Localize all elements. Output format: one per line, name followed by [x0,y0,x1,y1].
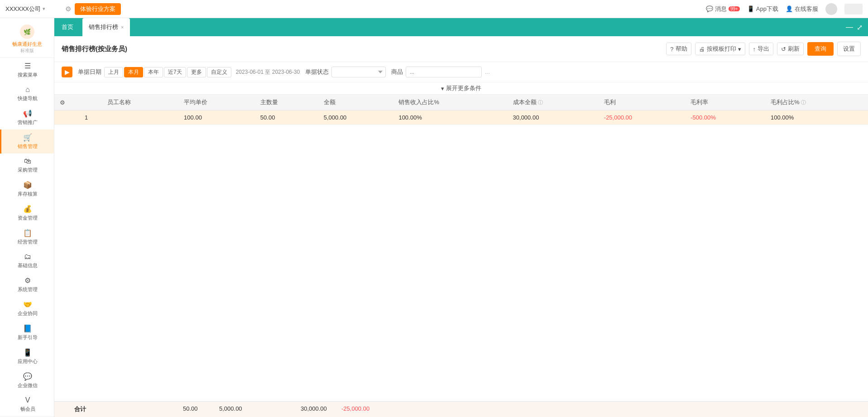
date-btn-last-month[interactable]: 上月 [104,67,123,77]
page-settings-btn[interactable]: 设置 [837,42,861,56]
export-btn[interactable]: ↑ 导出 [749,43,774,55]
filter-date-item: 单据日期 上月 本月 本年 近7天 更多 自定义 2023-06-01 至 20… [78,67,300,77]
status-select[interactable] [331,67,386,77]
filter-status-item: 单据状态 [305,67,386,77]
sidebar: 🌿 畅康通好生意 标准版 ☰ 搜索菜单 ⌂ 快捷导航 📢 营销推广 🛒 销售管理… [0,18,54,417]
sidebar-item-label: 搜索菜单 [18,72,38,78]
sidebar-item-label: 企业协同 [18,310,38,317]
sidebar-item-label: 库存核算 [18,191,38,197]
home-icon: ⌂ [25,86,30,94]
cost-info-icon[interactable]: ⓘ [538,100,543,105]
sidebar-item-quick-nav[interactable]: ⌂ 快捷导航 [0,82,54,105]
guide-icon: 📘 [23,324,32,333]
sidebar-item-enterprise[interactable]: 🤝 企业协同 [0,297,54,321]
sidebar-item-marketing[interactable]: 📢 营销推广 [0,105,54,129]
cell-settings[interactable] [54,110,71,125]
date-btn-more[interactable]: 更多 [187,67,206,77]
goods-more-btn[interactable]: … [484,69,490,75]
data-table: ⚙ 员工名称 平均单价 主数量 全额 销售收入占比% 成本全额 ⓘ 毛利 [54,95,868,125]
th-rank [71,95,102,110]
sidebar-item-operations[interactable]: 📋 经营管理 [0,225,54,249]
online-service-btn[interactable]: 👤 在线客服 [786,5,818,13]
sidebar-item-base-info[interactable]: 🗂 基础信息 [0,249,54,273]
tab-maximize-btn[interactable]: ⤢ [857,23,863,32]
sidebar-item-wechat[interactable]: 💬 企业微信 [0,369,54,393]
message-btn[interactable]: 💬 消息 99+ [706,5,740,13]
company-name: XXXXXX公司 [5,5,41,13]
date-btn-7days[interactable]: 近7天 [164,67,186,77]
sidebar-item-sales[interactable]: 🛒 销售管理 [0,129,54,153]
th-gross-pct: 毛利占比% ⓘ [765,95,868,110]
filter-expand-arrow[interactable]: ▶ [62,67,72,77]
app-download-btn[interactable]: 📱 App下载 [747,5,778,13]
footer-gross-rate [377,402,413,417]
sidebar-item-label: 基础信息 [18,262,38,269]
tab-home[interactable]: 首页 [54,18,81,36]
table-container: ⚙ 员工名称 平均单价 主数量 全额 销售收入占比% 成本全额 ⓘ 毛利 [54,95,868,401]
print-chevron-icon: ▾ [738,46,741,53]
logo-main-text: 畅康通好生意 [12,41,42,48]
print-label: 按模板打印 [707,45,736,53]
sidebar-item-guide[interactable]: 📘 新手引导 [0,321,54,345]
top-header: XXXXXX公司 ▾ ⚙ 体验行业方案 💬 消息 99+ 📱 App下载 👤 在… [0,0,868,18]
company-selector[interactable]: XXXXXX公司 ▾ [5,5,60,13]
svg-text:🌿: 🌿 [24,28,31,36]
query-btn[interactable]: 查询 [807,42,834,56]
goods-input[interactable] [406,67,482,77]
table-body: 1 100.00 50.00 5,000.00 100.00% 30,000.0… [54,110,868,125]
member-icon: V [25,396,30,404]
date-btn-custom[interactable]: 自定义 [207,67,231,77]
sidebar-item-system[interactable]: ⚙ 系统管理 [0,273,54,297]
print-btn[interactable]: 🖨 按模板打印 ▾ [695,43,745,55]
settings-icon[interactable]: ⚙ [65,5,71,13]
tab-label: 销售排行榜 [89,23,118,31]
filter-area: ▶ 单据日期 上月 本月 本年 近7天 更多 自定义 2023-06-01 至 … [54,62,868,82]
app-icon: 📱 [747,5,754,12]
help-btn[interactable]: ? 帮助 [666,43,691,55]
th-name: 员工名称 [102,95,178,110]
footer-amount: 5,000.00 [214,402,250,417]
page-title: 销售排行榜(按业务员) [62,45,127,53]
cell-quantity: 50.00 [255,110,318,125]
purchase-icon: 🛍 [24,157,31,165]
content-area: 首页 销售排行榜 × — ⤢ 销售排行榜(按业务员) ? 帮助 [54,18,868,417]
th-settings[interactable]: ⚙ [54,95,71,110]
sidebar-item-member[interactable]: V 畅会员 [0,393,54,416]
th-sales-pct: 销售收入占比% [393,95,507,110]
date-btn-this-year[interactable]: 本年 [144,67,163,77]
date-range-display: 2023-06-01 至 2023-06-30 [236,68,300,76]
sidebar-item-label: 资金管理 [18,215,38,221]
tab-bar: 首页 销售排行榜 × — ⤢ [54,18,868,36]
marketing-icon: 📢 [23,109,32,118]
user-name [844,4,863,14]
date-buttons: 上月 本月 本年 近7天 更多 自定义 [104,67,231,77]
sales-icon: 🛒 [23,133,32,142]
tab-sales-ranking[interactable]: 销售排行榜 × [82,18,130,36]
sidebar-item-search[interactable]: ☰ 搜索菜单 [0,58,54,82]
date-btn-this-month[interactable]: 本月 [124,67,143,77]
sidebar-item-inventory[interactable]: 📦 库存核算 [0,177,54,201]
print-icon: 🖨 [699,46,705,53]
expand-more-bar: ▾ 展开更多条件 [54,82,868,95]
home-tab-label: 首页 [62,23,73,31]
refresh-btn[interactable]: ↺ 刷新 [777,43,804,55]
table-footer: 合计 50.00 5,000.00 30,000.00 -25,000.00 [54,401,868,417]
footer-gross-pct [413,402,449,417]
sidebar-item-label: 应用中心 [18,358,38,365]
sidebar-item-label: 新手引导 [18,334,38,341]
th-cost: 成本全额 ⓘ [508,95,599,110]
sidebar-item-app-center[interactable]: 📱 应用中心 [0,345,54,369]
gross-pct-info-icon[interactable]: ⓘ [801,100,806,105]
sidebar-item-label: 企业微信 [18,382,38,389]
tab-minimize-btn[interactable]: — [846,23,853,32]
main-layout: 🌿 畅康通好生意 标准版 ☰ 搜索菜单 ⌂ 快捷导航 📢 营销推广 🛒 销售管理… [0,18,868,417]
cell-sales-pct: 100.00% [393,110,507,125]
sidebar-item-purchase[interactable]: 🛍 采购管理 [0,153,54,177]
avatar[interactable] [825,3,837,15]
sidebar-item-finance[interactable]: 💰 资金管理 [0,201,54,225]
trial-button[interactable]: 体验行业方案 [75,3,121,15]
expand-more-btn[interactable]: ▾ 展开更多条件 [441,84,481,92]
enterprise-icon: 🤝 [23,300,32,309]
tab-close-btn[interactable]: × [121,24,124,30]
footer-sales-pct [250,402,295,417]
